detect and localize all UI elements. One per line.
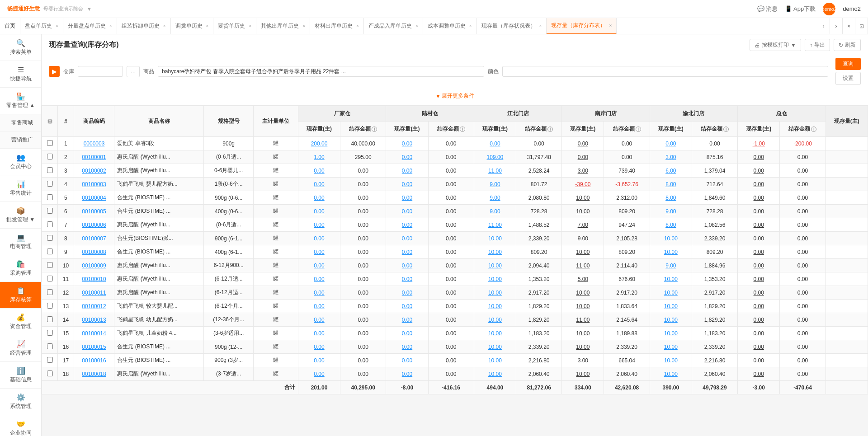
td-factory-qty[interactable]: 0.00 [298, 367, 340, 381]
td-code[interactable]: 00100001 [74, 150, 114, 164]
sidebar-item-finance[interactable]: 💰 资金管理 [0, 309, 41, 335]
industry-selector[interactable]: 母婴行业演示陈套 [43, 5, 83, 12]
td-lu-qty[interactable]: 0.00 [386, 164, 428, 178]
sidebar-item-operation[interactable]: 📈 经营管理 [0, 335, 41, 362]
td-factory-qty[interactable]: 0.00 [298, 313, 340, 327]
td-jiangbei-qty[interactable]: 11.00 [474, 218, 516, 232]
td-factory-qty[interactable]: 0.00 [298, 178, 340, 191]
td-lu-qty[interactable]: 0.00 [386, 340, 428, 354]
row-checkbox[interactable] [47, 316, 53, 322]
td-check[interactable] [42, 232, 58, 245]
td-jiangbei-qty[interactable]: 10.00 [474, 300, 516, 313]
tab-close-zuhe[interactable]: × [163, 23, 166, 28]
td-total-qty[interactable]: 0.00 [738, 367, 780, 381]
setting-btn[interactable]: 设置 [835, 72, 861, 85]
td-check[interactable] [42, 164, 58, 178]
td-lu-qty[interactable]: 0.00 [386, 137, 428, 150]
td-yubei-qty[interactable]: 10.00 [650, 340, 692, 354]
tab-close-chengpin[interactable]: × [415, 23, 418, 28]
td-check[interactable] [42, 218, 58, 232]
td-code[interactable]: 00100006 [74, 218, 114, 232]
total-amt-info-icon[interactable]: i [811, 127, 816, 132]
td-jiangbei-qty[interactable]: 9.00 [474, 191, 516, 205]
filter-expand-btn[interactable]: ▶ [49, 66, 60, 77]
sidebar-item-system[interactable]: ⚙️ 系统管理 [0, 389, 41, 415]
td-yubei-qty[interactable]: 10.00 [650, 272, 692, 286]
td-check[interactable] [42, 245, 58, 259]
td-lu-qty[interactable]: 0.00 [386, 259, 428, 272]
td-jiangbei-qty[interactable]: 10.00 [474, 259, 516, 272]
td-yubei-qty[interactable]: 8.00 [650, 178, 692, 191]
td-check[interactable] [42, 367, 58, 381]
tab-chengbentiaozhen[interactable]: 成本调整单历史 × [423, 18, 477, 34]
tab-nav-expand[interactable]: ⊡ [855, 18, 868, 34]
tab-zuhe[interactable]: 组装拆卸单历史 × [117, 18, 171, 34]
factory-amt-info-icon[interactable]: i [372, 127, 377, 132]
td-check[interactable] [42, 178, 58, 191]
tab-close-chengbentiaozhen[interactable]: × [469, 23, 472, 28]
td-jiangbei-qty[interactable]: 10.00 [474, 354, 516, 367]
td-code[interactable]: 00100018 [74, 367, 114, 381]
td-total-qty[interactable]: 0.00 [738, 245, 780, 259]
row-checkbox[interactable] [47, 167, 53, 173]
td-jiangbei-qty[interactable]: 10.00 [474, 286, 516, 300]
tab-close-yaohuo[interactable]: × [249, 23, 251, 28]
td-lu-qty[interactable]: 0.00 [386, 367, 428, 381]
td-jiangbei-qty[interactable]: 10.00 [474, 327, 516, 340]
td-yubei-qty[interactable]: 0.00 [650, 137, 692, 150]
industry-dropdown-icon[interactable]: ▼ [87, 6, 92, 12]
td-lu-qty[interactable]: 0.00 [386, 150, 428, 164]
td-code[interactable]: 00100002 [74, 164, 114, 178]
sidebar-item-retail-mgmt[interactable]: 🏪 零售管理 ▲ [0, 88, 41, 114]
row-checkbox[interactable] [47, 194, 53, 200]
td-jiangbei-qty[interactable]: 10.00 [474, 313, 516, 327]
td-yubei-qty[interactable]: 10.00 [650, 313, 692, 327]
td-yubei-qty[interactable]: 10.00 [650, 327, 692, 340]
td-jiangbei-qty[interactable]: 11.00 [474, 164, 516, 178]
td-code[interactable]: 0000003 [74, 137, 114, 150]
td-code[interactable]: 00100016 [74, 354, 114, 367]
td-lu-qty[interactable]: 0.00 [386, 205, 428, 218]
tab-cunliang-kuang[interactable]: 现存量（库存状况表） × [477, 18, 547, 34]
row-checkbox[interactable] [47, 140, 53, 146]
td-jiangbei-qty[interactable]: 10.00 [474, 367, 516, 381]
tab-close-cailiao[interactable]: × [356, 23, 359, 28]
warehouse-input[interactable] [78, 66, 123, 77]
tab-pandian[interactable]: 盘点单历史 × [20, 18, 63, 34]
td-nan-qty[interactable]: 10.00 [562, 205, 604, 218]
td-total-qty[interactable]: 0.00 [738, 272, 780, 286]
td-factory-qty[interactable]: 0.00 [298, 164, 340, 178]
td-nan-qty[interactable]: 10.00 [562, 245, 604, 259]
refresh-btn[interactable]: ↻ 刷新 [834, 39, 861, 51]
td-jiangbei-qty[interactable]: 10.00 [474, 272, 516, 286]
sidebar-item-nav[interactable]: ☰ 快捷导航 [0, 61, 41, 88]
td-jiangbei-qty[interactable]: 9.00 [474, 205, 516, 218]
td-check[interactable] [42, 205, 58, 218]
td-yubei-qty[interactable]: 10.00 [650, 245, 692, 259]
td-code[interactable]: 00100013 [74, 313, 114, 327]
warehouse-picker-btn[interactable]: ··· [127, 66, 140, 77]
td-factory-qty[interactable]: 0.00 [298, 272, 340, 286]
row-checkbox[interactable] [47, 208, 53, 214]
td-jiangbei-qty[interactable]: 10.00 [474, 245, 516, 259]
td-total-qty[interactable]: 0.00 [738, 205, 780, 218]
td-lu-qty[interactable]: 0.00 [386, 218, 428, 232]
td-yubei-qty[interactable]: 10.00 [650, 300, 692, 313]
product-input[interactable]: babycare孕妇待产包 春季入院全套母子组合孕妇产后冬季月子用品 22件套 … [158, 66, 484, 77]
tab-close-cunliang-kuang[interactable]: × [539, 23, 542, 28]
td-check[interactable] [42, 286, 58, 300]
row-checkbox[interactable] [47, 235, 53, 241]
td-factory-qty[interactable]: 0.00 [298, 259, 340, 272]
td-total-qty[interactable]: 0.00 [738, 340, 780, 354]
tab-cailiao[interactable]: 材料出库单历史 × [310, 18, 364, 34]
td-nan-qty[interactable]: 10.00 [562, 367, 604, 381]
sidebar-item-member[interactable]: 👥 会员中心 [0, 149, 41, 175]
table-container[interactable]: ⚙ # 商品编码 商品名称 规格型号 主计量单位 厂家仓 陆村仓 江北门店 南岸… [42, 106, 868, 436]
sidebar-item-marketing[interactable]: 营销推广 [0, 131, 41, 149]
tab-home[interactable]: 首页 [0, 18, 20, 34]
td-nan-qty[interactable]: -39.00 [562, 178, 604, 191]
td-nan-qty[interactable]: 11.00 [562, 313, 604, 327]
td-total-qty[interactable]: 0.00 [738, 218, 780, 232]
td-factory-qty[interactable]: 0.00 [298, 191, 340, 205]
gear-icon[interactable]: ⚙ [47, 118, 53, 125]
